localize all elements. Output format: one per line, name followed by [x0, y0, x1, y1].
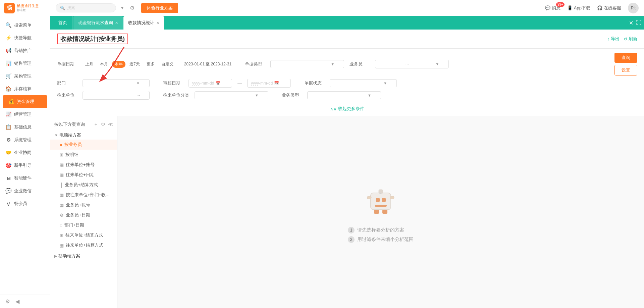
tab-home[interactable]: 首页: [53, 16, 73, 30]
salesperson-select[interactable]: ··· ▼: [375, 60, 449, 68]
scheme-item-by-salesperson[interactable]: ●按业务员: [50, 140, 117, 150]
sidebar-item-system[interactable]: ⚙系统管理: [0, 134, 50, 146]
sidebar-label-search-menu: 搜索菜单: [14, 22, 32, 28]
empty-tip-2: 2用过滤条件来缩小分析范围: [348, 236, 414, 243]
refresh-button[interactable]: ↺ 刷新: [624, 36, 637, 42]
scheme-item-partner-account[interactable]: ▦往来单位+账号: [50, 160, 117, 170]
collapse-panel-icon[interactable]: ≪: [108, 121, 113, 127]
set-button[interactable]: 设置: [614, 65, 637, 75]
doc-status-select[interactable]: ▼: [330, 79, 397, 87]
filter-panel: 单据日期 上月本月本年近7天更多自定义 2023-01-01 至 2023-12…: [50, 49, 644, 116]
date-label: 单据日期: [57, 61, 77, 67]
scheme-item-dept-date[interactable]: ○部门+日期: [50, 220, 117, 230]
date-tab-上月[interactable]: 上月: [83, 61, 96, 68]
search-box[interactable]: 🔍 搜索: [56, 3, 116, 12]
tab-collection[interactable]: 收款情况统计✕: [123, 16, 164, 30]
tab-close-bank-flow[interactable]: ✕: [115, 21, 118, 25]
app-download-button[interactable]: 📱 App下载: [567, 5, 590, 11]
sidebar-item-inventory[interactable]: 🏠库存核算: [0, 83, 50, 95]
review-date-to[interactable]: yyyy-mm-dd 📅: [247, 79, 291, 88]
svg-rect-9: [382, 210, 387, 214]
settings-footer-icon[interactable]: ⚙: [5, 298, 10, 305]
query-button[interactable]: 查询: [614, 53, 637, 63]
sidebar-label-guide: 新手引导: [14, 162, 32, 168]
maximize-icon[interactable]: ⛶: [636, 20, 641, 26]
sidebar-item-search-menu[interactable]: 🔍搜索菜单: [0, 19, 50, 32]
svg-rect-2: [382, 198, 386, 202]
scheme-label-partner-settle2: 往来单位+结算方式: [66, 242, 103, 248]
message-button[interactable]: 💬 消息 99+: [545, 5, 560, 11]
sidebar-item-guide[interactable]: 🎯新手引导: [0, 159, 50, 172]
scheme-icon-salesperson-settle: ║: [60, 183, 63, 188]
empty-tip-1: 1请先选择要分析的方案: [348, 227, 414, 234]
date-tab-本年[interactable]: 本年: [112, 61, 125, 68]
tip-num-1: 1: [348, 227, 355, 234]
sidebar-label-operations: 经营管理: [14, 111, 32, 117]
calendar-icon-2: 📅: [274, 81, 279, 86]
scheme-icon-salesperson-account: ▦: [60, 203, 64, 208]
sidebar-item-quick-nav[interactable]: ⚡快捷导航: [0, 32, 50, 44]
topbar-dropdown-icon[interactable]: ▼: [120, 5, 124, 10]
scheme-item-by-partner-dept[interactable]: ▦按往来单位+部门+收...: [50, 190, 117, 200]
date-tab-更多[interactable]: 更多: [144, 61, 157, 68]
sidebar-item-enterprise[interactable]: 🤝企业协同: [0, 146, 50, 159]
scheme-group-title-desktop[interactable]: ▼电脑端方案: [50, 131, 117, 140]
biz-type-select[interactable]: ▼: [307, 91, 381, 99]
doc-type-select[interactable]: ▼: [270, 60, 344, 68]
tab-label-collection: 收款情况统计: [128, 20, 154, 26]
sidebar-item-operations[interactable]: 📈经营管理: [0, 108, 50, 121]
review-date-from[interactable]: yyyy-mm-dd 📅: [189, 79, 232, 88]
tab-close-collection[interactable]: ✕: [156, 21, 159, 25]
scheme-group-mobile: ▶移动端方案: [50, 251, 117, 261]
sidebar-item-sales[interactable]: 📊销售管理: [0, 57, 50, 70]
add-scheme-icon[interactable]: ＋: [94, 121, 98, 127]
sidebar-item-marketing[interactable]: 📢营销推广: [0, 44, 50, 57]
scheme-label-salesperson-settle: 业务员+结算方式: [65, 182, 98, 188]
sidebar-item-smart-hw[interactable]: 🖥智能硬件: [0, 172, 50, 185]
scheme-item-salesperson-date[interactable]: ⚙业务员+日期: [50, 210, 117, 220]
empty-tips: 1请先选择要分析的方案2用过滤条件来缩小分析范围: [348, 227, 414, 243]
page-actions: ↑ 导出 ↺ 刷新: [607, 36, 638, 42]
sidebar-label-system: 系统管理: [14, 137, 32, 143]
collapse-button[interactable]: ∧∧ 收起更多条件: [330, 106, 364, 112]
dept-select[interactable]: ▼: [83, 79, 150, 87]
left-panel: 按以下方案查询 ＋ ⚙ ≪ ▼电脑端方案●按业务员⊞按明细▦往来单位+账号▦往来…: [50, 116, 117, 308]
scheme-item-salesperson-account[interactable]: ▦业务员+账号: [50, 200, 117, 210]
sidebar-item-wechat[interactable]: 💬企业微信: [0, 185, 50, 197]
tab-bank-flow[interactable]: 现金银行流水查询✕: [73, 16, 123, 30]
tip-num-2: 2: [348, 236, 355, 243]
scheme-item-salesperson-settle[interactable]: ║业务员+结算方式: [50, 180, 117, 190]
date-tab-近7天[interactable]: 近7天: [127, 61, 143, 68]
trial-button[interactable]: 体验行业方案: [141, 3, 178, 13]
scheme-item-by-detail[interactable]: ⊞按明细: [50, 150, 117, 160]
sidebar-item-finance[interactable]: 💰资金管理: [3, 95, 47, 108]
scheme-item-partner-settle1[interactable]: ⊞往来单位+结算方式: [50, 230, 117, 240]
sidebar-item-purchase[interactable]: 🛒采购管理: [0, 70, 50, 83]
scheme-item-partner-settle2[interactable]: ▦往来单位+结算方式: [50, 240, 117, 250]
sidebar-item-member[interactable]: V畅会员: [0, 197, 50, 210]
svg-rect-7: [390, 196, 394, 199]
scheme-label-dept-date: 部门+日期: [64, 222, 85, 228]
manage-scheme-icon[interactable]: ⚙: [101, 121, 105, 127]
scheme-label-by-partner-dept: 按往来单位+部门+收...: [66, 192, 109, 198]
app-logo-icon: 畅: [4, 3, 15, 13]
topbar-gear-icon[interactable]: ⚙: [130, 5, 135, 11]
group-label-desktop: 电脑端方案: [59, 132, 81, 138]
date-tab-本月[interactable]: 本月: [97, 61, 111, 68]
filter-row-1: 单据日期 上月本月本年近7天更多自定义 2023-01-01 至 2023-12…: [57, 53, 637, 75]
online-service-button[interactable]: 🎧 在线客服: [597, 5, 621, 11]
empty-illustration: 1请先选择要分析的方案2用过滤条件来缩小分析范围: [348, 181, 414, 243]
group-arrow-mobile: ▶: [54, 254, 57, 258]
scheme-group-title-mobile[interactable]: ▶移动端方案: [50, 252, 117, 260]
export-button[interactable]: ↑ 导出: [607, 36, 620, 42]
user-avatar[interactable]: Rit: [628, 3, 639, 13]
close-all-tabs-icon[interactable]: ✕: [629, 20, 633, 26]
date-tab-自定义[interactable]: 自定义: [159, 61, 176, 68]
collapse-footer-icon[interactable]: ◀: [15, 298, 19, 305]
scheme-item-partner-date[interactable]: ▦往来单位+日期: [50, 170, 117, 180]
sidebar-item-basic[interactable]: 📋基础信息: [0, 121, 50, 134]
main-body: 按以下方案查询 ＋ ⚙ ≪ ▼电脑端方案●按业务员⊞按明细▦往来单位+账号▦往来…: [50, 116, 644, 308]
partner-select[interactable]: ···: [83, 91, 150, 100]
doc-type-label: 单据类型: [245, 61, 265, 67]
partner-category-select[interactable]: ▼: [195, 91, 268, 99]
